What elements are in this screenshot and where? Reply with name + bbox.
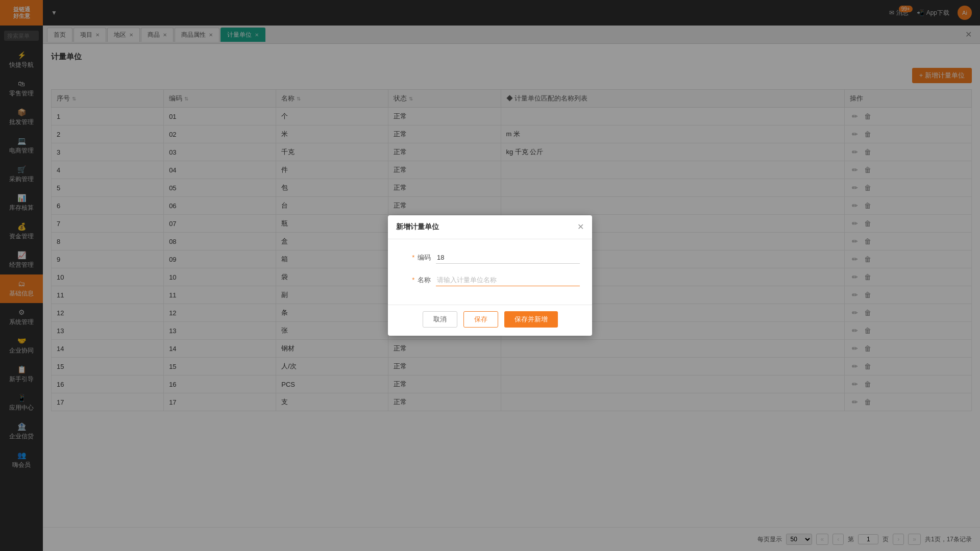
name-label-text: 名称 [418, 276, 431, 284]
modal-body: * 编码 * 名称 [388, 239, 592, 305]
modal-footer: 取消 保存 保存并新增 [388, 305, 592, 336]
modal-overlay[interactable]: 新增计量单位 ✕ * 编码 * 名称 取消 保存 保存并新增 [0, 0, 980, 551]
code-label-text: 编码 [418, 254, 431, 261]
name-label: * 名称 [400, 276, 431, 285]
modal-header: 新增计量单位 ✕ [388, 215, 592, 239]
form-row-name: * 名称 [400, 274, 580, 286]
cancel-button[interactable]: 取消 [423, 311, 457, 328]
save-and-new-button[interactable]: 保存并新增 [504, 311, 558, 328]
required-mark: * [412, 254, 414, 261]
add-unit-modal: 新增计量单位 ✕ * 编码 * 名称 取消 保存 保存并新增 [388, 215, 592, 336]
form-row-code: * 编码 [400, 252, 580, 264]
code-input[interactable] [436, 252, 580, 264]
modal-close-button[interactable]: ✕ [577, 223, 584, 231]
code-label: * 编码 [400, 253, 431, 262]
save-button[interactable]: 保存 [463, 311, 498, 328]
modal-title: 新增计量单位 [396, 222, 439, 232]
name-input[interactable] [436, 274, 580, 286]
required-mark-name: * [412, 276, 414, 284]
